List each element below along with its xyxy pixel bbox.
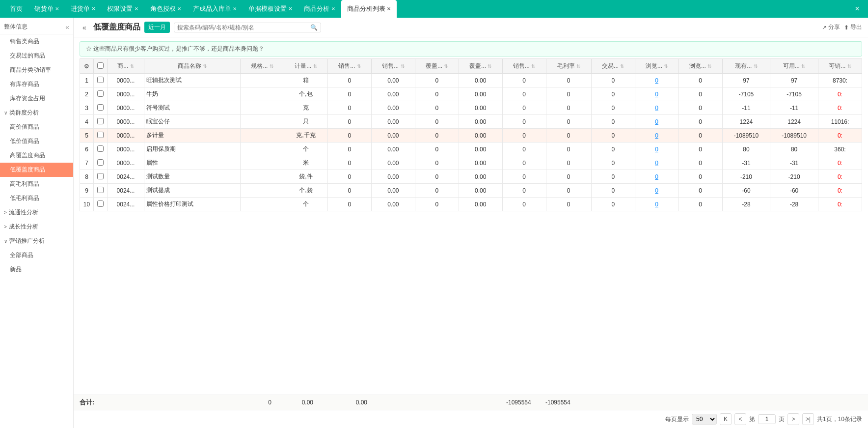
row-select-checkbox[interactable]: [97, 132, 104, 138]
select-all-checkbox[interactable]: [97, 62, 104, 69]
row-cov2: 0.00: [459, 156, 502, 170]
sidebar-item-low-value[interactable]: 低价值商品: [0, 134, 73, 148]
sidebar-item-sales-goods[interactable]: 销售类商品: [0, 34, 73, 49]
row-cov2: 0.00: [459, 184, 502, 198]
first-page-button[interactable]: K: [720, 413, 732, 425]
row-sale3: 0: [502, 184, 546, 198]
nav-sales[interactable]: 销货单 ×: [28, 0, 65, 18]
sidebar-group-sku[interactable]: ∨ 类群度分析: [0, 106, 73, 120]
nav-permission[interactable]: 权限设置 ×: [101, 0, 144, 18]
nav-analysis[interactable]: 商品分析 ×: [298, 0, 341, 18]
per-page-select[interactable]: 50 20 100: [692, 414, 717, 425]
close-window-button[interactable]: ×: [850, 2, 864, 16]
view-link[interactable]: 0: [655, 77, 658, 84]
row-checkbox[interactable]: [94, 184, 108, 198]
row-checkbox[interactable]: [94, 143, 108, 156]
search-icon[interactable]: 🔍: [310, 24, 318, 31]
sidebar-item-low-coverage[interactable]: 低覆盖度商品: [0, 163, 73, 177]
row-view1[interactable]: 0: [635, 87, 678, 101]
row-checkbox[interactable]: [94, 156, 108, 170]
page-number-input[interactable]: [758, 414, 776, 424]
sidebar-group-promote[interactable]: ∨ 营销推广分析: [0, 234, 73, 248]
view-link[interactable]: 0: [655, 132, 658, 139]
view-link[interactable]: 0: [655, 173, 658, 180]
row-select-checkbox[interactable]: [97, 173, 104, 179]
row-view1[interactable]: 0: [635, 184, 678, 198]
row-view1[interactable]: 0: [635, 170, 678, 184]
view-link[interactable]: 0: [655, 187, 658, 194]
row-spec: [241, 143, 284, 156]
row-select-checkbox[interactable]: [97, 145, 104, 152]
view-link[interactable]: 0: [655, 91, 658, 98]
sidebar-collapse-icon[interactable]: «: [65, 23, 69, 31]
search-input[interactable]: [177, 24, 310, 31]
row-checkbox[interactable]: [94, 115, 108, 129]
last-page-button[interactable]: >|: [802, 413, 814, 425]
row-view1[interactable]: 0: [635, 74, 678, 87]
row-gross: 0: [546, 87, 591, 101]
row-view1[interactable]: 0: [635, 115, 678, 129]
view-link[interactable]: 0: [655, 160, 658, 167]
date-filter-button[interactable]: 近一月: [144, 22, 170, 33]
row-select-checkbox[interactable]: [97, 159, 104, 166]
row-select-checkbox[interactable]: [97, 118, 104, 124]
nav-home[interactable]: 首页: [4, 0, 28, 18]
view-link[interactable]: 0: [655, 146, 658, 153]
row-num: 8: [80, 170, 94, 184]
sidebar-group-flow[interactable]: > 流通性分析: [0, 205, 73, 220]
sidebar-group-growth[interactable]: > 成长性分析: [0, 220, 73, 234]
row-spec: [241, 87, 284, 101]
nav-role[interactable]: 角色授权 ×: [144, 0, 187, 18]
col-settings[interactable]: ⚙: [80, 59, 94, 74]
row-checkbox[interactable]: [94, 87, 108, 101]
row-select-checkbox[interactable]: [97, 90, 104, 97]
row-sale3: 0: [502, 198, 546, 211]
sidebar-item-in-stock[interactable]: 有库存商品: [0, 77, 73, 91]
row-select-checkbox[interactable]: [97, 104, 104, 111]
row-num: 1: [80, 74, 94, 87]
row-view1[interactable]: 0: [635, 129, 678, 143]
row-gross: 0: [546, 184, 591, 198]
row-sale-amt: 0.00: [371, 74, 415, 87]
row-unit: 袋,件: [284, 170, 328, 184]
search-box: 🔍: [174, 23, 321, 32]
table-wrapper[interactable]: ⚙ 商... ⇅ 商品名称 ⇅ 规格... ⇅ 计量... ⇅ 销售... ⇅ …: [74, 58, 868, 395]
col-checkbox[interactable]: [94, 59, 108, 74]
row-view1[interactable]: 0: [635, 101, 678, 115]
view-link[interactable]: 0: [655, 105, 658, 112]
sidebar-item-high-value[interactable]: 高价值商品: [0, 120, 73, 134]
row-checkbox[interactable]: [94, 101, 108, 115]
sidebar-item-category-rate[interactable]: 商品分类动销率: [0, 63, 73, 77]
row-sale-amt: 0.00: [371, 87, 415, 101]
row-checkbox[interactable]: [94, 129, 108, 143]
nav-analysis-list[interactable]: 商品分析列表 ×: [341, 0, 397, 18]
row-checkbox[interactable]: [94, 170, 108, 184]
row-cov2: 0.00: [459, 101, 502, 115]
prev-page-button[interactable]: <: [734, 413, 746, 425]
view-link[interactable]: 0: [655, 201, 658, 208]
sidebar-item-high-profit[interactable]: 高毛利商品: [0, 177, 73, 191]
row-checkbox[interactable]: [94, 74, 108, 87]
row-select-checkbox[interactable]: [97, 187, 104, 193]
sidebar-item-high-coverage[interactable]: 高覆盖度商品: [0, 148, 73, 163]
row-checkbox[interactable]: [94, 198, 108, 211]
sidebar-item-traded-goods[interactable]: 交易过的商品: [0, 49, 73, 63]
sidebar-toggle-button[interactable]: «: [80, 23, 89, 32]
row-view1[interactable]: 0: [635, 143, 678, 156]
sidebar-item-capital[interactable]: 库存资金占用: [0, 91, 73, 106]
row-view1[interactable]: 0: [635, 198, 678, 211]
sidebar-item-new-goods[interactable]: 新品: [0, 262, 73, 277]
sidebar-item-low-profit[interactable]: 低毛利商品: [0, 191, 73, 205]
nav-purchase[interactable]: 进货单 ×: [65, 0, 101, 18]
row-select-checkbox[interactable]: [97, 77, 104, 83]
nav-template[interactable]: 单据模板设置 ×: [243, 0, 298, 18]
view-link[interactable]: 0: [655, 118, 658, 125]
nav-warehouse[interactable]: 产成品入库单 ×: [187, 0, 243, 18]
row-view1[interactable]: 0: [635, 156, 678, 170]
share-button[interactable]: ↗ 分享: [822, 23, 840, 31]
export-button[interactable]: ⬆ 导出: [844, 23, 862, 31]
row-gross: 0: [546, 115, 591, 129]
next-page-button[interactable]: >: [787, 413, 799, 425]
sidebar-item-all-goods[interactable]: 全部商品: [0, 248, 73, 262]
row-select-checkbox[interactable]: [97, 200, 104, 207]
